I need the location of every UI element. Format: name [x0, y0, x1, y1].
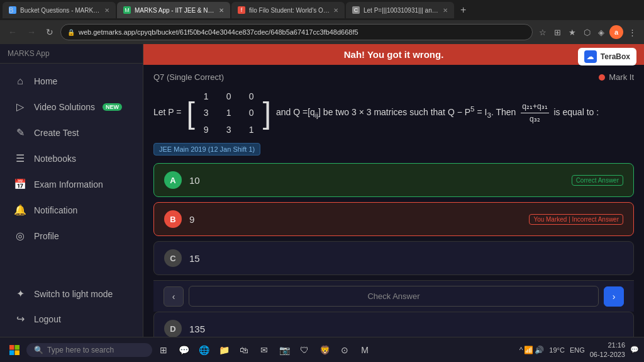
- create-test-icon: ✎: [14, 127, 26, 139]
- taskbar-camera-icon[interactable]: 📷: [275, 341, 293, 359]
- start-button[interactable]: [5, 341, 24, 359]
- wifi-icon[interactable]: 📶: [524, 346, 533, 354]
- option-d-value: 135: [189, 324, 205, 334]
- video-icon: ▷: [14, 101, 26, 113]
- taskbar-widgets-icon[interactable]: ⊞: [155, 341, 172, 359]
- incorrect-answer-tag: You Marked | Incorrect Answer: [529, 214, 623, 225]
- mark-it-label: Mark It: [609, 72, 634, 82]
- option-d[interactable]: D 135: [153, 312, 634, 337]
- extension-icon[interactable]: ⊞: [552, 26, 564, 38]
- search-icon: 🔍: [34, 346, 43, 354]
- sidebar-label-light-mode: Switch to light mode: [34, 289, 113, 299]
- sidebar-label-exam: Exam Information: [34, 179, 103, 189]
- fav-icon[interactable]: ★: [566, 26, 579, 38]
- sidebar-item-notebooks[interactable]: ☰ Notebooks: [4, 146, 139, 171]
- browser-nav-bar: ← → ↻ 🔒 web.getmarks.app/cpyqb/bucket/61…: [0, 20, 644, 44]
- sidebar-item-light-mode[interactable]: ✦ Switch to light mode: [4, 281, 139, 306]
- tab-label-1: Bucket Questions - MARKS App: [20, 7, 101, 14]
- network-icon[interactable]: ^: [519, 346, 523, 354]
- menu-icon[interactable]: ⋮: [626, 26, 639, 38]
- browser-tab-2[interactable]: M MARKS App - IIT JEE & NEET Pre ✕: [117, 2, 230, 18]
- option-c-label: C: [164, 249, 182, 267]
- lock-icon: 🔒: [67, 29, 75, 36]
- taskbar-explorer-icon[interactable]: 📁: [215, 341, 233, 359]
- tab-favicon-1: B: [9, 6, 16, 14]
- taskbar-search-label: Type here to search: [47, 346, 114, 354]
- taskbar-chrome-icon[interactable]: ⊙: [336, 341, 353, 359]
- tab-label-4: Let P=|||100310931||| and Q=[q: [364, 7, 439, 14]
- question-text-end: is equal to :: [553, 107, 599, 117]
- taskbar-brave-icon[interactable]: 🦁: [316, 341, 333, 359]
- new-tab-button[interactable]: +: [455, 4, 471, 16]
- check-answer-label: Check Answer: [367, 291, 419, 301]
- new-badge: NEW: [103, 103, 122, 111]
- taskbar-teams-icon[interactable]: 💬: [175, 341, 192, 359]
- option-b[interactable]: B 9 You Marked | Incorrect Answer: [153, 202, 634, 236]
- question-area[interactable]: Q7 (Single Correct) Mark It Let P = [ 10…: [143, 65, 644, 337]
- notebooks-icon: ☰: [14, 152, 26, 164]
- fraction-denominator: q₃₂: [528, 113, 541, 125]
- prev-question-button[interactable]: ‹: [164, 286, 184, 307]
- taskbar-store-icon[interactable]: 🛍: [235, 341, 253, 359]
- question-type: Q7 (Single Correct): [153, 72, 224, 82]
- option-a[interactable]: A 10 Correct Answer: [153, 163, 634, 197]
- terabox-label: TeraBox: [601, 52, 630, 61]
- question-nav-bar: ‹ Check Answer ›: [153, 280, 634, 312]
- bookmark-star-icon[interactable]: ☆: [536, 26, 549, 38]
- app-title: MARKS App: [0, 44, 143, 64]
- sidebar-item-create-test[interactable]: ✎ Create Test: [4, 120, 139, 145]
- browser-tab-4[interactable]: C Let P=|||100310931||| and Q=[q ✕: [346, 2, 454, 18]
- taskbar-clock[interactable]: 21:16 06-12-2023: [590, 341, 625, 359]
- browser-tab-1[interactable]: B Bucket Questions - MARKS App ✕: [3, 2, 116, 18]
- address-bar[interactable]: 🔒 web.getmarks.app/cpyqb/bucket/61f50b4c…: [60, 24, 533, 40]
- browser-tab-3[interactable]: f filo Filo Student: World's Only Live ✕: [231, 2, 345, 18]
- correct-answer-tag: Correct Answer: [572, 175, 623, 186]
- tab-close-4[interactable]: ✕: [443, 7, 448, 14]
- sidebar-label-logout: Logout: [34, 314, 61, 324]
- check-answer-button[interactable]: Check Answer: [189, 286, 599, 307]
- sidebar-item-profile[interactable]: ◎ Profile: [4, 223, 139, 248]
- notification-icon: 🔔: [14, 204, 26, 216]
- sidebar-item-video-solutions[interactable]: ▷ Video Solutions NEW: [4, 94, 139, 119]
- ext2-icon[interactable]: ⬡: [581, 26, 593, 38]
- windows-logo-icon: [9, 344, 20, 356]
- browser-action-icons: ☆ ⊞ ★ ⬡ ◈ a ⋮: [536, 25, 639, 39]
- sidebar-item-home[interactable]: ⌂ Home: [4, 69, 139, 93]
- temperature-display: 19°C: [549, 346, 565, 354]
- tab-label-3: filo Filo Student: World's Only Live: [249, 7, 330, 14]
- taskbar-browser-icon[interactable]: 🌐: [195, 341, 213, 359]
- tab-close-3[interactable]: ✕: [333, 7, 338, 14]
- matrix-cells: 100 310 931: [197, 89, 260, 137]
- tab-favicon-2: M: [123, 6, 131, 14]
- browser-profile-button[interactable]: a: [609, 25, 623, 39]
- mark-dot-icon: [599, 74, 605, 81]
- volume-icon[interactable]: 🔊: [535, 346, 544, 354]
- svg-rect-0: [9, 345, 14, 350]
- exam-tag: JEE Main 2019 (12 Jan Shift 1): [153, 143, 260, 156]
- next-question-button[interactable]: ›: [604, 286, 624, 307]
- svg-rect-3: [15, 350, 20, 355]
- taskbar-search[interactable]: 🔍 Type here to search: [26, 343, 152, 357]
- profile-icon: ◎: [14, 230, 26, 242]
- tab-close-1[interactable]: ✕: [104, 7, 109, 14]
- matrix-p: [ 100 310 931 ]: [186, 89, 271, 137]
- option-a-value: 10: [189, 175, 200, 186]
- tab-close-2[interactable]: ✕: [219, 7, 224, 14]
- taskbar-marks-icon[interactable]: M: [356, 341, 374, 359]
- ext3-icon[interactable]: ◈: [596, 26, 607, 38]
- forward-button[interactable]: →: [24, 26, 39, 38]
- taskbar-right: ^ 📶 🔊 19°C ENG 21:16 06-12-2023 💬: [519, 341, 639, 359]
- taskbar-shield-icon[interactable]: 🛡: [296, 341, 313, 359]
- sidebar-item-exam-information[interactable]: 📅 Exam Information: [4, 172, 139, 196]
- sidebar-label-notebooks: Notebooks: [34, 154, 76, 164]
- sidebar-bottom: ✦ Switch to light mode ↪ Logout: [0, 281, 143, 332]
- mark-it-button[interactable]: Mark It: [599, 72, 634, 82]
- reload-button[interactable]: ↻: [43, 26, 57, 38]
- terabox-button[interactable]: ☁ TeraBox: [578, 48, 636, 65]
- back-button[interactable]: ←: [5, 26, 20, 38]
- notification-center-icon[interactable]: 💬: [630, 346, 639, 354]
- sidebar-item-logout[interactable]: ↪ Logout: [4, 307, 139, 331]
- option-c[interactable]: C 15: [153, 241, 634, 275]
- sidebar-item-notification[interactable]: 🔔 Notification: [4, 198, 139, 222]
- taskbar-mail-icon[interactable]: ✉: [255, 341, 273, 359]
